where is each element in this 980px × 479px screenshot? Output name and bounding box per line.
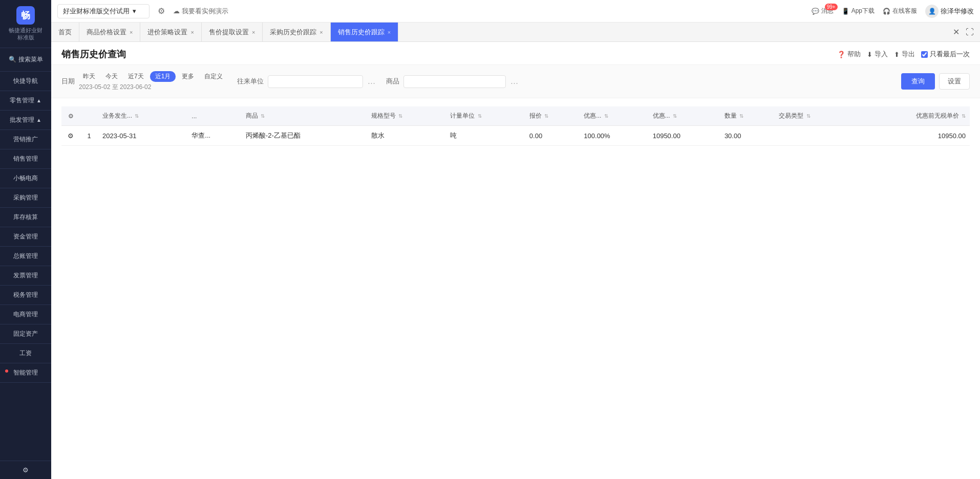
demo-icon: ☁ bbox=[173, 7, 180, 15]
from-unit-input[interactable] bbox=[268, 75, 363, 88]
col-header-no bbox=[80, 106, 98, 126]
table-header-row: ⚙ 业务发生... ⇅ ... 商品 ⇅ bbox=[61, 106, 970, 126]
row-trade-type bbox=[775, 126, 854, 146]
user-menu[interactable]: 👤 徐泽华修改 bbox=[925, 5, 974, 18]
sidebar-item-purchase[interactable]: 采购管理 bbox=[0, 188, 51, 208]
col-header-biz-date[interactable]: 业务发生... ⇅ bbox=[98, 106, 187, 126]
sidebar-item-ecommgr[interactable]: 电商管理 bbox=[0, 305, 51, 324]
tab-home[interactable]: 首页 bbox=[51, 23, 79, 41]
message-button[interactable]: 💬 消息 99+ bbox=[812, 7, 834, 15]
filter-area: 日期 昨天 今天 近7天 近1月 更多 自定义 2023-05-02 至 202… bbox=[51, 65, 980, 98]
sidebar-item-smart[interactable]: 智能管理 bbox=[0, 363, 51, 383]
sidebar-item-marketing[interactable]: 营销推广 bbox=[0, 130, 51, 149]
date-filter-options: 昨天 今天 近7天 近1月 更多 自定义 2023-05-02 至 2023-0… bbox=[79, 71, 227, 92]
settings-button[interactable]: 设置 bbox=[939, 73, 970, 90]
tabbar-controls: ✕ ⛶ bbox=[947, 23, 980, 41]
col-header-spec[interactable]: 规格型号 ⇅ bbox=[367, 106, 446, 126]
help-icon: ❓ bbox=[837, 51, 845, 58]
col-header-unit[interactable]: 计量单位 ⇅ bbox=[446, 106, 525, 126]
date-opt-1month[interactable]: 近1月 bbox=[150, 71, 176, 82]
sort-icon-spec: ⇅ bbox=[398, 113, 402, 119]
sidebar-item-sales[interactable]: 销售管理 bbox=[0, 149, 51, 169]
sidebar-item-wholesale[interactable]: 批发管理 ▲ bbox=[0, 111, 51, 130]
logo-text: 畅捷通好业财 标准版 bbox=[9, 27, 42, 41]
last-only-checkbox[interactable] bbox=[921, 51, 928, 58]
table-settings-icon[interactable]: ⚙ bbox=[68, 113, 74, 120]
export-button[interactable]: ⬆ 导出 bbox=[894, 50, 915, 59]
date-opt-yesterday[interactable]: 昨天 bbox=[79, 71, 99, 82]
chevron-down-icon: ▾ bbox=[133, 7, 136, 15]
sidebar-item-tax[interactable]: 税务管理 bbox=[0, 286, 51, 305]
col-header-settings[interactable]: ⚙ bbox=[61, 106, 80, 126]
tab-close-price-extract[interactable]: × bbox=[252, 29, 255, 35]
goods-label: 商品 bbox=[386, 77, 399, 86]
col-header-discount1[interactable]: 优惠... ⇅ bbox=[580, 106, 648, 126]
table-area: ⚙ 业务发生... ⇅ ... 商品 ⇅ bbox=[51, 98, 980, 479]
sort-icon-trade-type: ⇅ bbox=[806, 113, 811, 119]
tab-close-sales-history[interactable]: × bbox=[388, 29, 391, 35]
col-header-qty[interactable]: 数量 ⇅ bbox=[720, 106, 775, 126]
date-opt-custom[interactable]: 自定义 bbox=[200, 71, 227, 82]
tab-price-strategy[interactable]: 进价策略设置 × bbox=[140, 23, 201, 41]
tab-close-purchase-history[interactable]: × bbox=[319, 29, 323, 35]
date-opt-7days[interactable]: 近7天 bbox=[124, 71, 148, 82]
col-header-trade-type[interactable]: 交易类型 ⇅ bbox=[775, 106, 854, 126]
sidebar-item-assets[interactable]: 固定资产 bbox=[0, 324, 51, 344]
tab-price-extract[interactable]: 售价提取设置 × bbox=[202, 23, 263, 41]
tab-goods-price[interactable]: 商品价格设置 × bbox=[79, 23, 140, 41]
row-discount2: 10950.00 bbox=[649, 126, 720, 146]
tab-sales-history[interactable]: 销售历史价跟踪 × bbox=[331, 23, 398, 41]
from-unit-more-button[interactable]: … bbox=[367, 77, 376, 86]
message-badge: 99+ bbox=[825, 4, 838, 10]
service-button[interactable]: 🎧 在线客服 bbox=[883, 7, 917, 15]
date-opt-more[interactable]: 更多 bbox=[178, 71, 198, 82]
sidebar-item-retail[interactable]: 零售管理 ▲ bbox=[0, 91, 51, 111]
tabbar: 首页 商品价格设置 × 进价策略设置 × 售价提取设置 × 采购历史价跟踪 × … bbox=[51, 23, 980, 42]
sidebar: 畅 畅捷通好业财 标准版 🔍 搜索菜单 快捷导航 零售管理 ▲ 批发管理 ▲ 营… bbox=[0, 0, 51, 479]
sidebar-item-finance[interactable]: 资金管理 bbox=[0, 227, 51, 247]
col-header-goods[interactable]: 商品 ⇅ bbox=[242, 106, 367, 126]
close-window-button[interactable]: ✕ bbox=[951, 26, 962, 38]
sidebar-item-invoice[interactable]: 发票管理 bbox=[0, 266, 51, 286]
sidebar-item-quick-nav[interactable]: 快捷导航 bbox=[0, 72, 51, 91]
col-header-price[interactable]: 报价 ⇅ bbox=[525, 106, 580, 126]
col-header-pretax-price[interactable]: 优惠前无税单价 ⇅ bbox=[854, 106, 970, 126]
search-menu-button[interactable]: 🔍 搜索菜单 bbox=[4, 52, 47, 67]
row-qty: 30.00 bbox=[720, 126, 775, 146]
sidebar-settings-button[interactable]: ⚙ bbox=[0, 461, 51, 479]
import-button[interactable]: ⬇ 导入 bbox=[867, 50, 888, 59]
sort-icon-biz-date: ⇅ bbox=[135, 113, 139, 119]
import-icon: ⬇ bbox=[867, 51, 872, 58]
row-settings-icon[interactable]: ⚙ bbox=[68, 132, 74, 140]
row-biz-date: 2023-05-31 bbox=[98, 126, 187, 146]
product-dropdown[interactable]: 好业财标准版交付试用 ▾ bbox=[57, 4, 150, 18]
row-price: 0.00 bbox=[525, 126, 580, 146]
main-area: 好业财标准版交付试用 ▾ ⚙ ☁ 我要看实例演示 💬 消息 99+ 📱 App下… bbox=[51, 0, 980, 479]
date-range-text: 2023-05-02 至 2023-06-02 bbox=[79, 83, 227, 92]
table-row[interactable]: ⚙ 1 2023-05-31 华查... 丙烯酸-2-乙基已酯 散水 吨 0.0… bbox=[61, 126, 970, 146]
sidebar-item-ecom[interactable]: 小畅电商 bbox=[0, 169, 51, 188]
expand-window-button[interactable]: ⛶ bbox=[964, 27, 976, 38]
product-dropdown-label: 好业财标准版交付试用 bbox=[63, 7, 130, 16]
row-discount1: 100.00% bbox=[580, 126, 648, 146]
tab-close-price-strategy[interactable]: × bbox=[190, 29, 194, 35]
settings-icon[interactable]: ⚙ bbox=[156, 4, 167, 18]
sidebar-item-ledger[interactable]: 总账管理 bbox=[0, 247, 51, 266]
help-button[interactable]: ❓ 帮助 bbox=[837, 50, 861, 59]
col-header-more[interactable]: ... bbox=[187, 106, 241, 126]
sort-icon-pretax-price: ⇅ bbox=[962, 113, 966, 119]
filter-actions: 查询 设置 bbox=[901, 73, 970, 90]
demo-link[interactable]: ☁ 我要看实例演示 bbox=[173, 7, 228, 16]
tab-close-goods-price[interactable]: × bbox=[130, 29, 133, 35]
last-only-checkbox-label[interactable]: 只看最后一次 bbox=[921, 50, 970, 59]
query-button[interactable]: 查询 bbox=[901, 73, 935, 90]
goods-more-button[interactable]: … bbox=[510, 77, 519, 86]
app-download-button[interactable]: 📱 App下载 bbox=[842, 7, 875, 15]
sidebar-item-inventory[interactable]: 库存核算 bbox=[0, 208, 51, 227]
tab-purchase-history[interactable]: 采购历史价跟踪 × bbox=[263, 23, 330, 41]
sidebar-item-payroll[interactable]: 工资 bbox=[0, 344, 51, 363]
goods-input[interactable] bbox=[403, 75, 506, 88]
row-settings[interactable]: ⚙ bbox=[61, 126, 80, 146]
col-header-discount2[interactable]: 优惠... ⇅ bbox=[649, 106, 720, 126]
date-opt-today[interactable]: 今天 bbox=[101, 71, 122, 82]
